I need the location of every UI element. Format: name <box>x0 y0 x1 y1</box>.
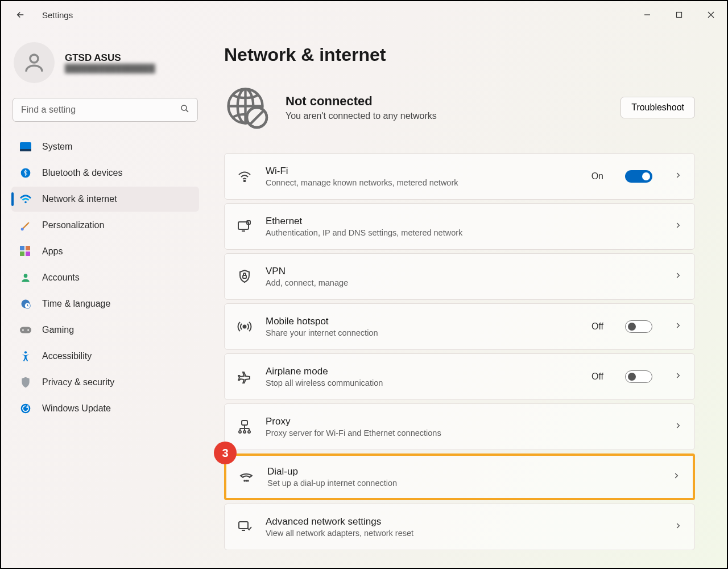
card-subtitle: Share your internet connection <box>266 328 578 337</box>
svg-point-21 <box>27 329 29 331</box>
card-advanced[interactable]: Advanced network settings View all netwo… <box>224 504 695 550</box>
chevron-right-icon <box>674 522 682 532</box>
sidebar-item-label: System <box>42 142 72 152</box>
sidebar-item-label: Gaming <box>42 325 74 335</box>
svg-rect-12 <box>20 246 24 250</box>
back-button[interactable] <box>11 6 30 24</box>
avatar <box>14 42 55 83</box>
svg-rect-7 <box>20 142 31 150</box>
sidebar-item-label: Windows Update <box>42 403 111 414</box>
svg-rect-14 <box>20 251 24 256</box>
card-hotspot[interactable]: Mobile hotspot Share your internet conne… <box>224 303 695 350</box>
svg-point-22 <box>24 351 27 353</box>
svg-point-40 <box>248 431 250 433</box>
user-block[interactable]: GTSD ASUS ████████████████ <box>11 39 199 94</box>
wifi-icon <box>19 193 32 205</box>
search-icon <box>180 104 190 116</box>
sidebar-item-update[interactable]: Windows Update <box>11 396 199 421</box>
bluetooth-icon <box>19 167 32 179</box>
svg-point-5 <box>181 105 187 110</box>
sidebar-item-label: Accessibility <box>42 351 92 361</box>
wifi-toggle[interactable] <box>625 170 652 183</box>
sidebar-item-time[interactable]: Time & language <box>11 291 199 316</box>
nav-list: System Bluetooth & devices Network & int… <box>11 134 199 421</box>
annotation-highlight: 3 Dial-up Set up a dial-up internet conn… <box>224 452 695 500</box>
card-subtitle: Stop all wireless communication <box>266 378 578 387</box>
close-button[interactable] <box>695 3 727 26</box>
svg-rect-35 <box>242 420 247 425</box>
card-title: Wi-Fi <box>266 166 578 177</box>
chevron-right-icon <box>674 372 682 382</box>
svg-point-34 <box>243 325 246 328</box>
sidebar-item-bluetooth[interactable]: Bluetooth & devices <box>11 160 199 185</box>
card-subtitle: Set up a dial-up internet connection <box>267 479 659 488</box>
status-subtitle: You aren't connected to any networks <box>286 111 437 121</box>
svg-point-46 <box>247 480 249 481</box>
sidebar-item-privacy[interactable]: Privacy & security <box>11 370 199 395</box>
card-subtitle: Add, connect, manage <box>266 278 660 287</box>
card-subtitle: Proxy server for Wi-Fi and Ethernet conn… <box>266 428 660 438</box>
chevron-right-icon <box>674 271 682 282</box>
proxy-icon <box>237 419 252 434</box>
chevron-right-icon <box>674 422 682 432</box>
svg-point-20 <box>22 329 24 331</box>
gamepad-icon <box>19 324 32 336</box>
airplane-toggle[interactable] <box>625 370 652 383</box>
globe-disconnected-icon <box>224 85 270 130</box>
airplane-state: Off <box>592 372 603 382</box>
card-title: Ethernet <box>266 216 660 227</box>
svg-line-6 <box>186 110 188 112</box>
hotspot-state: Off <box>592 321 603 332</box>
chevron-right-icon <box>674 171 682 182</box>
sidebar-item-label: Privacy & security <box>42 377 114 387</box>
shield-icon <box>19 376 32 389</box>
card-proxy[interactable]: Proxy Proxy server for Wi-Fi and Etherne… <box>224 403 695 450</box>
sidebar-item-accessibility[interactable]: Accessibility <box>11 344 199 369</box>
sidebar-item-label: Apps <box>42 246 63 257</box>
maximize-button[interactable] <box>663 3 695 26</box>
sidebar-item-network[interactable]: Network & internet <box>11 187 199 212</box>
sidebar-item-label: Personalization <box>42 220 104 230</box>
wifi-state: On <box>592 171 603 182</box>
titlebar: Settings <box>1 1 727 28</box>
sidebar-item-accounts[interactable]: Accounts <box>11 265 199 290</box>
card-vpn[interactable]: VPN Add, connect, manage <box>224 253 695 300</box>
svg-rect-47 <box>239 522 248 529</box>
troubleshoot-button[interactable]: Troubleshoot <box>621 97 695 118</box>
page-title: Network & internet <box>224 44 695 65</box>
svg-rect-15 <box>26 251 30 256</box>
svg-point-45 <box>246 480 247 481</box>
clock-globe-icon <box>19 298 32 310</box>
main-content: Network & internet Not connected You are… <box>206 28 727 568</box>
card-title: Dial-up <box>267 466 659 477</box>
sidebar-item-gaming[interactable]: Gaming <box>11 318 199 343</box>
svg-point-16 <box>24 274 28 278</box>
card-title: VPN <box>266 266 660 277</box>
search-input[interactable] <box>13 98 198 122</box>
svg-point-38 <box>239 431 241 433</box>
card-ethernet[interactable]: Ethernet Authentication, IP and DNS sett… <box>224 203 695 250</box>
brush-icon <box>19 219 32 232</box>
sidebar-item-system[interactable]: System <box>11 134 199 159</box>
chevron-right-icon <box>674 321 682 332</box>
sidebar-item-apps[interactable]: Apps <box>11 239 199 264</box>
shield-lock-icon <box>237 269 252 284</box>
ethernet-icon <box>237 219 252 234</box>
card-dialup[interactable]: Dial-up Set up a dial-up internet connec… <box>224 453 695 500</box>
chevron-right-icon <box>672 472 680 482</box>
minimize-button[interactable] <box>631 3 663 26</box>
card-wifi[interactable]: Wi-Fi Connect, manage known networks, me… <box>224 153 695 200</box>
hotspot-icon <box>237 319 252 334</box>
app-title: Settings <box>42 10 73 20</box>
advanced-network-icon <box>237 519 252 534</box>
svg-rect-13 <box>26 246 30 250</box>
card-airplane[interactable]: Airplane mode Stop all wireless communic… <box>224 353 695 400</box>
hotspot-toggle[interactable] <box>625 320 652 333</box>
sidebar-item-personalization[interactable]: Personalization <box>11 213 199 238</box>
svg-point-44 <box>244 480 245 481</box>
accessibility-icon <box>19 350 32 362</box>
apps-icon <box>19 245 32 258</box>
chevron-right-icon <box>674 221 682 232</box>
svg-rect-8 <box>20 149 31 151</box>
sidebar-item-label: Network & internet <box>42 194 117 204</box>
